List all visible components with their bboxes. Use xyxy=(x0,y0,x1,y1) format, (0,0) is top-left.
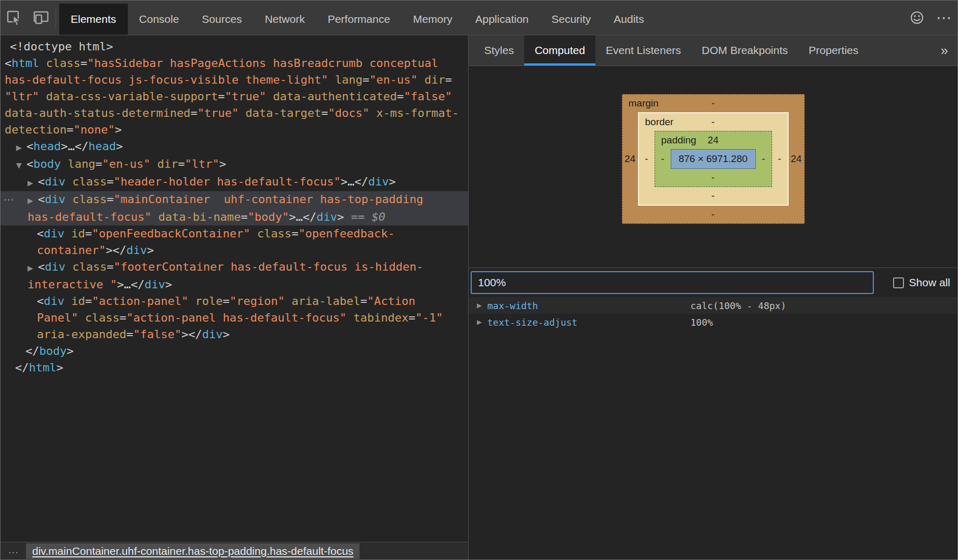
expand-arrow-icon[interactable]: ▶ xyxy=(16,139,26,156)
syntax-token: = xyxy=(85,227,92,240)
dom-tree-line[interactable]: </html> xyxy=(1,359,468,376)
tab-memory[interactable]: Memory xyxy=(402,4,464,35)
breadcrumb-overflow-icon[interactable]: … xyxy=(1,543,26,559)
breadcrumb-selected-node[interactable]: div.mainContainer.uhf-container.has-top-… xyxy=(26,543,360,559)
dom-tree-line[interactable]: container"></div> xyxy=(1,242,468,259)
box-model-content[interactable]: 876 × 6971.280 xyxy=(671,149,756,169)
dom-tree-line[interactable]: <html class="hasSidebar hasPageActions h… xyxy=(1,55,468,72)
dom-tree-line[interactable]: detection="none"> xyxy=(1,122,468,138)
syntax-token: head xyxy=(33,140,61,153)
syntax-token: ></ xyxy=(105,244,126,257)
syntax-token: "docs" xyxy=(328,106,369,119)
syntax-token: body xyxy=(33,157,61,170)
syntax-token: > xyxy=(337,210,344,223)
syntax-token: = xyxy=(291,227,298,240)
syntax-token: = xyxy=(321,106,328,119)
feedback-button[interactable] xyxy=(903,2,930,33)
dom-tree-line[interactable]: <div id="action-panel" role="region" ari… xyxy=(1,293,468,310)
node-options-icon[interactable]: ⋯ xyxy=(4,191,14,208)
expand-arrow-icon[interactable]: ▶ xyxy=(477,318,487,326)
syntax-token: div xyxy=(45,193,65,206)
tab-performance[interactable]: Performance xyxy=(316,4,402,35)
syntax-token: = xyxy=(95,157,102,170)
syntax-token: = xyxy=(107,175,113,188)
sidebar-pane: Styles Computed Event Listeners DOM Brea… xyxy=(469,35,957,559)
tab-properties[interactable]: Properties xyxy=(799,35,869,65)
dom-tree-line[interactable]: <div id="openFeedbackContainer" class="o… xyxy=(1,225,468,242)
dom-tree-line[interactable]: has-default-focus" data-bi-name="body">…… xyxy=(1,209,468,225)
tab-styles[interactable]: Styles xyxy=(474,35,524,65)
property-value: 100% xyxy=(690,317,713,328)
syntax-token: < xyxy=(26,157,33,170)
syntax-token: < xyxy=(5,57,11,70)
dom-tree-line[interactable]: Panel" class="action-panel has-default-f… xyxy=(1,310,468,326)
computed-property-row[interactable]: ▶ max-width calc(100% - 48px) xyxy=(469,297,957,314)
dom-tree-line[interactable]: ▶<div class="footerContainer has-default… xyxy=(1,259,468,276)
toolbar-divider xyxy=(56,8,56,28)
tab-sources[interactable]: Sources xyxy=(191,4,254,35)
dom-tree-line[interactable]: </body> xyxy=(1,343,468,359)
syntax-token: > xyxy=(219,157,226,170)
filter-input[interactable] xyxy=(471,271,874,294)
more-tabs-icon[interactable]: » xyxy=(932,35,957,65)
dom-tree-line[interactable]: data-auth-status-determined="true" data-… xyxy=(1,105,468,122)
tab-event-listeners[interactable]: Event Listeners xyxy=(595,35,691,65)
syntax-token: "false" xyxy=(133,328,181,341)
sidebar-tabs: Styles Computed Event Listeners DOM Brea… xyxy=(469,35,957,66)
expand-arrow-icon[interactable]: ▶ xyxy=(28,260,38,276)
dom-tree-line[interactable]: ▶<head>…</head> xyxy=(1,138,468,156)
more-options-button[interactable]: ⋯ xyxy=(930,2,957,33)
dom-tree-line[interactable]: "ltr" data-css-variable-support="true" d… xyxy=(1,88,468,105)
tab-elements[interactable]: Elements xyxy=(59,4,128,35)
tab-console[interactable]: Console xyxy=(128,4,191,35)
syntax-token: = xyxy=(107,260,113,273)
box-model-margin[interactable]: margin - 24 border - - xyxy=(622,94,805,224)
padding-top-value: 24 xyxy=(708,135,718,146)
syntax-token: > xyxy=(223,328,230,341)
tab-application[interactable]: Application xyxy=(464,4,540,35)
syntax-token: </ xyxy=(15,361,29,374)
syntax-token: = xyxy=(119,311,126,324)
syntax-token: div xyxy=(316,210,337,223)
syntax-token: lang xyxy=(61,157,95,170)
box-model-border[interactable]: border - - padding 24 xyxy=(638,112,789,206)
dom-tree-line[interactable]: has-default-focus js-focus-visible theme… xyxy=(1,72,468,88)
expand-arrow-icon[interactable]: ▶ xyxy=(28,175,38,191)
syntax-token: div xyxy=(144,278,165,291)
tab-security[interactable]: Security xyxy=(540,4,602,35)
dom-tree-line[interactable]: aria-expanded="false"></div> xyxy=(1,326,468,343)
syntax-token: "ltr" xyxy=(185,157,219,170)
syntax-token: "en-us" xyxy=(369,73,418,86)
syntax-token: … xyxy=(348,175,354,188)
expand-arrow-icon[interactable]: ▶ xyxy=(477,302,487,309)
tab-audits[interactable]: Audits xyxy=(602,4,655,35)
syntax-token: = xyxy=(361,295,367,308)
tab-computed[interactable]: Computed xyxy=(524,35,595,65)
tab-dom-breakpoints[interactable]: DOM Breakpoints xyxy=(691,35,799,65)
dom-tree-line[interactable]: <!doctype html> xyxy=(1,38,468,55)
device-toolbar-button[interactable] xyxy=(28,2,55,33)
syntax-token: < xyxy=(38,260,45,273)
syntax-token: class xyxy=(39,57,80,70)
syntax-token: div xyxy=(44,295,64,308)
computed-property-row[interactable]: ▶ text-size-adjust 100% xyxy=(469,314,957,330)
tab-network[interactable]: Network xyxy=(254,4,316,35)
dom-tree-line[interactable]: ⋯▶<div class="mainContainer uhf-containe… xyxy=(1,191,468,209)
inspect-element-button[interactable] xyxy=(1,2,28,33)
dom-tree: <!doctype html><html class="hasSidebar h… xyxy=(1,35,468,542)
collapse-arrow-icon[interactable]: ▼ xyxy=(16,157,26,174)
syntax-token: Panel" xyxy=(37,311,78,324)
show-all-checkbox[interactable] xyxy=(893,277,904,288)
syntax-token: "footerContainer has-default-focus is-hi… xyxy=(114,260,423,273)
box-model-padding[interactable]: padding 24 - 876 × 6971.280 - xyxy=(655,131,772,187)
dom-tree-line[interactable]: interactive ">…</div> xyxy=(1,276,468,293)
show-all-group: Show all xyxy=(893,276,950,289)
dom-tree-line[interactable]: ▶<div class="header-holder has-default-f… xyxy=(1,174,468,191)
dom-tree-line[interactable]: ▼<body lang="en-us" dir="ltr"> xyxy=(1,156,468,174)
syntax-token: = xyxy=(223,295,230,308)
expand-arrow-icon[interactable]: ▶ xyxy=(28,192,38,209)
syntax-token: data-auth-status-determined xyxy=(5,106,191,119)
border-bottom-value: - xyxy=(711,190,714,202)
padding-right-value: - xyxy=(756,153,771,165)
syntax-token: < xyxy=(38,193,45,206)
